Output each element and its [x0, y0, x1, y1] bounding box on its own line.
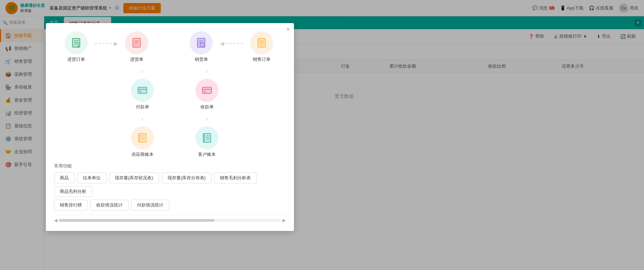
- popup-scrollbar[interactable]: ◀ ▶: [54, 215, 286, 223]
- flow-row-arrows: ↓ ↓: [54, 68, 286, 73]
- arrow-down-purchase: ↓: [120, 68, 164, 73]
- sales-bill-label: 销货单: [195, 56, 208, 62]
- svg-rect-39: [203, 133, 205, 142]
- arrow-down-receipt: ↓: [185, 115, 229, 121]
- common-btn-stock-dist[interactable]: 现存量(库存分布表): [162, 173, 212, 183]
- scroll-right-arrow[interactable]: ▶: [282, 218, 286, 223]
- scroll-thumb: [59, 219, 214, 222]
- flow-row-1: 进货订单 ▶ 进货单: [54, 31, 286, 62]
- scroll-left-arrow[interactable]: ◀: [54, 218, 57, 223]
- common-btn-stock-status[interactable]: 现存量(库存状况表): [109, 173, 159, 183]
- flow-row-arrows2: ↓ ↓: [54, 115, 286, 121]
- svg-rect-0: [72, 38, 80, 47]
- app-container: 🌿 畅康通好生意 标准版 装备及固定资产辅助管理系统 ▼ ⚙ 体验行业方案 💬 …: [0, 0, 644, 270]
- flow-node-sales-order[interactable]: 销售订单: [240, 31, 284, 62]
- common-buttons-row1: 商品 往来单位 现存量(库存状况表) 现存量(库存分布表) 销售毛利分析表 商品…: [54, 173, 286, 197]
- common-btn-product-profit[interactable]: 商品毛利分析: [54, 186, 92, 197]
- flow-node-purchase-bill[interactable]: 进货单: [115, 31, 159, 62]
- scroll-track: [59, 219, 281, 222]
- arrow-down-payment: ↓: [120, 115, 164, 121]
- purchase-bill-label: 进货单: [130, 56, 143, 62]
- svg-rect-33: [139, 133, 140, 142]
- receipt-circle: [195, 79, 219, 102]
- flow-node-sales-bill[interactable]: 销货单: [179, 31, 223, 62]
- common-btn-sales-profit[interactable]: 销售毛利分析表: [214, 173, 257, 183]
- flow-node-customer-ledger[interactable]: 客户账本: [185, 126, 229, 158]
- svg-text:¥: ¥: [139, 90, 141, 93]
- flow-row-3: 供应商账本 客户账本: [54, 126, 286, 158]
- flow-node-purchase-order[interactable]: 进货订单: [54, 31, 98, 62]
- quick-nav-popup: × 进货订单 ▶: [46, 23, 294, 231]
- svg-rect-17: [258, 38, 265, 47]
- sales-order-circle: [250, 31, 273, 54]
- svg-point-30: [204, 91, 206, 93]
- purchase-order-circle: [65, 31, 88, 54]
- common-btn-product[interactable]: 商品: [54, 173, 74, 183]
- svg-rect-27: [203, 87, 211, 93]
- common-btn-sales-rank[interactable]: 销售排行榜: [54, 200, 88, 211]
- flow-node-payment[interactable]: ¥ 付款单: [120, 79, 164, 110]
- common-buttons-row2: 销售排行榜 收款情况统计 付款情况统计: [54, 200, 286, 211]
- receipt-label: 收款单: [201, 104, 214, 110]
- payment-circle: ¥: [131, 79, 154, 102]
- popup-close-button[interactable]: ×: [286, 26, 290, 33]
- common-functions-title: 常用功能: [54, 163, 286, 169]
- sales-bill-circle: [190, 31, 213, 54]
- supplier-ledger-circle: [131, 126, 154, 149]
- supplier-ledger-label: 供应商账本: [132, 151, 154, 158]
- purchase-order-label: 进货订单: [67, 56, 85, 62]
- purchase-bill-circle: [125, 31, 148, 54]
- flow-node-receipt[interactable]: 收款单: [185, 79, 229, 110]
- popup-overlay[interactable]: × 进货订单 ▶: [0, 0, 644, 270]
- arrow-down-sales: ↓: [185, 68, 229, 73]
- common-btn-partner[interactable]: 往来单位: [77, 173, 106, 183]
- sales-order-label: 销售订单: [253, 56, 271, 62]
- svg-rect-22: [138, 87, 147, 93]
- customer-ledger-label: 客户账本: [198, 151, 216, 158]
- customer-ledger-circle: [195, 126, 219, 149]
- flow-diagram: 进货订单 ▶ 进货单: [54, 31, 286, 158]
- payment-label: 付款单: [136, 104, 149, 110]
- svg-rect-6: [133, 38, 140, 47]
- common-btn-payment-stats[interactable]: 付款情况统计: [131, 200, 169, 211]
- flow-node-supplier-ledger[interactable]: 供应商账本: [120, 126, 164, 158]
- common-functions-section: 常用功能 商品 往来单位 现存量(库存状况表) 现存量(库存分布表) 销售毛利分…: [54, 163, 286, 211]
- common-btn-receipt-stats[interactable]: 收款情况统计: [90, 200, 128, 211]
- flow-row-2: ¥ 付款单 收款单: [54, 79, 286, 110]
